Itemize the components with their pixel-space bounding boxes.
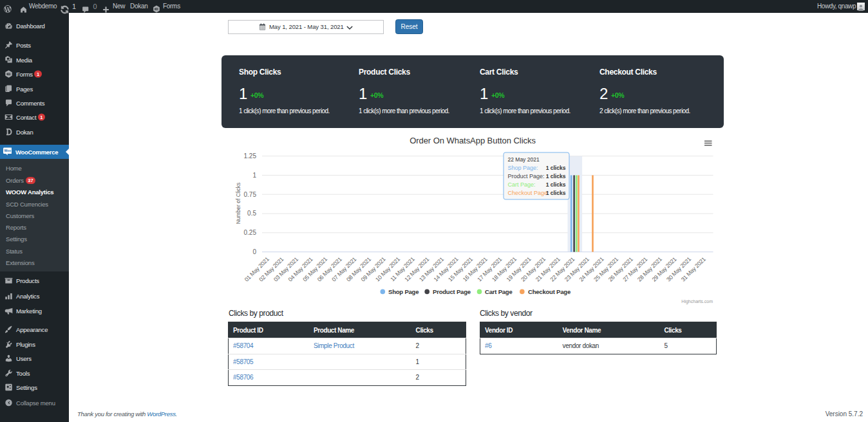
svg-text:0: 0 (252, 248, 256, 255)
svg-text:1: 1 (252, 172, 256, 179)
svg-text:Cart Page: Cart Page (485, 288, 513, 295)
svg-text:Product Page:: Product Page: (508, 173, 545, 179)
svg-text:Product Page: Product Page (433, 288, 471, 295)
svg-text:Shop Page: Shop Page (388, 288, 419, 295)
svg-text:1 clicks: 1 clicks (546, 190, 566, 196)
svg-text:1 clicks: 1 clicks (546, 181, 566, 188)
svg-text:Number of Clicks: Number of Clicks (235, 183, 241, 225)
svg-text:1 clicks: 1 clicks (546, 173, 566, 179)
svg-text:1 clicks: 1 clicks (546, 165, 566, 171)
svg-text:Highcharts.com: Highcharts.com (681, 299, 713, 304)
svg-text:0.25: 0.25 (244, 229, 257, 236)
svg-text:22 May 2021: 22 May 2021 (508, 156, 540, 163)
svg-text:Cart Page:: Cart Page: (508, 181, 536, 188)
svg-text:0.5: 0.5 (247, 210, 256, 217)
svg-text:Checkout Page: Checkout Page (528, 288, 571, 295)
svg-text:Shop Page:: Shop Page: (508, 165, 538, 171)
svg-text:0.75: 0.75 (244, 191, 257, 198)
svg-text:Checkout Page:: Checkout Page: (508, 190, 549, 196)
svg-text:Order On WhatsApp Button Click: Order On WhatsApp Button Clicks (410, 136, 536, 145)
svg-text:Woo: Woo (4, 149, 11, 152)
svg-text:1.25: 1.25 (244, 152, 257, 160)
